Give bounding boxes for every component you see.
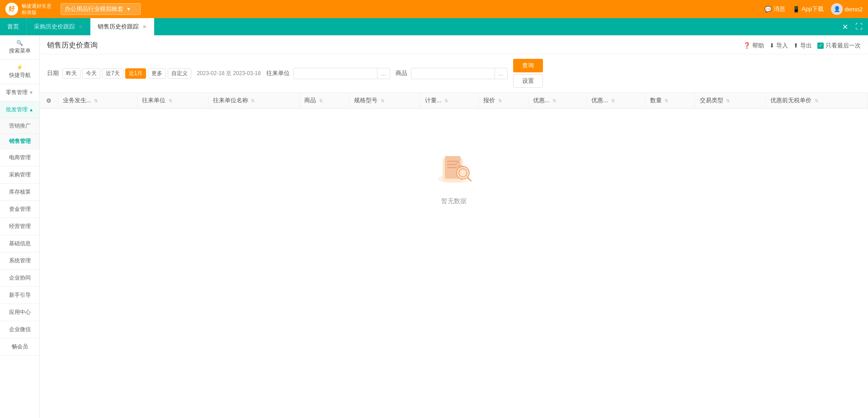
sidebar-item-system[interactable]: 系统管理 (0, 252, 39, 270)
th-quote[interactable]: 报价 ⇅ (478, 93, 528, 109)
sidebar-item-basic-info[interactable]: 基础信息 (0, 235, 39, 252)
th-trade-type[interactable]: 交易类型 ⇅ (695, 93, 765, 109)
date-btn-custom[interactable]: 自定义 (168, 68, 191, 79)
partner-filter-group: 往来单位 ... (266, 68, 390, 79)
sidebar-sub-wholesale: 营销推广 销售管理 (0, 119, 39, 149)
date-buttons: 昨天 今天 近7天 近1月 更多 自定义 (62, 68, 191, 79)
action-btns: 查询 设置 (513, 59, 543, 88)
th-qty[interactable]: 数量 ⇅ (645, 93, 695, 109)
header-right: 💬 消息 📱 App下载 👤 demo2 (764, 3, 863, 15)
date-btn-1month[interactable]: 近1月 (125, 68, 146, 79)
tab-bar-actions: ✕ ⛶ (840, 21, 868, 33)
tab-close-btn[interactable]: ✕ (840, 21, 850, 33)
empty-state: 暂无数据 (40, 109, 868, 242)
sidebar-item-enterprise[interactable]: 企业协同 (0, 270, 39, 287)
sidebar-item-finance[interactable]: 资金管理 (0, 201, 39, 218)
sort-icon-spec: ⇅ (381, 98, 384, 103)
partner-input[interactable] (294, 68, 377, 79)
sidebar-item-retail[interactable]: 零售管理 ▼ (0, 84, 39, 101)
sidebar-item-wholesale[interactable]: 批发管理 ▲ (0, 101, 39, 119)
th-biz-date[interactable]: 业务发生... ⇅ (58, 93, 137, 109)
search-icon: 🔍 (16, 40, 23, 46)
sidebar-item-operation[interactable]: 经营管理 (0, 218, 39, 235)
th-settings[interactable]: ⚙ (40, 93, 58, 109)
sidebar-item-guide[interactable]: 新手引导 (0, 287, 39, 304)
tab-purchase-history[interactable]: 采购历史价跟踪 ✕ (27, 18, 90, 35)
tab-home[interactable]: 首页 (0, 18, 27, 35)
page-container: 销售历史价查询 ❓ 帮助 ⬇ 导入 ⬆ 导出 ✓ (40, 35, 868, 418)
settings-button[interactable]: 设置 (513, 74, 543, 88)
only-last-checkbox-group[interactable]: ✓ 只看最后一次 (817, 42, 861, 50)
sort-icon-goods: ⇅ (319, 98, 323, 103)
sort-icon-qty: ⇅ (665, 98, 668, 103)
tab-purchase-close[interactable]: ✕ (79, 24, 83, 30)
page-header-actions: ❓ 帮助 ⬇ 导入 ⬆ 导出 ✓ 只看最后一次 (743, 42, 861, 50)
sidebar-item-sales-mgmt[interactable]: 销售管理 (0, 134, 39, 149)
goods-search-btn[interactable]: ... (495, 68, 507, 79)
svg-rect-5 (447, 167, 457, 168)
partner-search-btn[interactable]: ... (377, 68, 390, 79)
main-layout: 🔍 搜索菜单 ⚡ 快捷导航 零售管理 ▼ 批发管理 ▲ 营销推广 销售管理 电商… (0, 35, 868, 418)
table-header: ⚙ 业务发生... ⇅ 往来单位 ⇅ 往来单位名称 (40, 93, 868, 109)
tab-sales-history[interactable]: 销售历史价跟踪 ✕ (90, 18, 154, 35)
sidebar: 🔍 搜索菜单 ⚡ 快捷导航 零售管理 ▼ 批发管理 ▲ 营销推广 销售管理 电商… (0, 35, 40, 418)
date-btn-7days[interactable]: 近7天 (102, 68, 123, 79)
user-btn[interactable]: 👤 demo2 (831, 3, 863, 15)
help-btn[interactable]: ❓ 帮助 (743, 42, 764, 50)
sidebar-item-vip[interactable]: 畅会员 (0, 338, 39, 356)
sidebar-item-search-menu[interactable]: 🔍 搜索菜单 (0, 35, 39, 60)
sort-icon-unit: ⇅ (444, 98, 448, 103)
table-container: ⚙ 业务发生... ⇅ 往来单位 ⇅ 往来单位名称 (40, 93, 868, 418)
filter-bar: 日期 昨天 今天 近7天 近1月 更多 自定义 2023-02-18 至 202… (40, 54, 868, 93)
goods-input-group: ... (411, 68, 508, 79)
content-area: 销售历史价查询 ❓ 帮助 ⬇ 导入 ⬆ 导出 ✓ (40, 35, 868, 418)
chevron-up-icon: ▲ (29, 107, 33, 112)
goods-filter-group: 商品 ... (396, 68, 508, 79)
sort-icon-partner-code: ⇅ (169, 98, 172, 103)
chevron-down-icon: ▼ (29, 90, 33, 95)
import-btn[interactable]: ⬇ 导入 (769, 42, 788, 50)
empty-text: 暂无数据 (441, 197, 467, 205)
sidebar-item-wechat[interactable]: 企业微信 (0, 321, 39, 338)
tab-maximize-btn[interactable]: ⛶ (854, 21, 864, 33)
message-btn[interactable]: 💬 消息 (764, 5, 785, 13)
sidebar-item-purchase[interactable]: 采购管理 (0, 166, 39, 184)
th-pretax-price[interactable]: 优惠前无税单价 ⇅ (765, 93, 868, 109)
svg-rect-4 (447, 164, 456, 165)
sidebar-item-appstore[interactable]: 应用中心 (0, 304, 39, 321)
th-discount2[interactable]: 优惠... ⇅ (587, 93, 645, 109)
only-last-checkbox[interactable]: ✓ (817, 43, 824, 49)
th-spec[interactable]: 规格型号 ⇅ (349, 93, 420, 109)
tab-sales-close[interactable]: ✕ (142, 24, 146, 30)
th-unit[interactable]: 计量... ⇅ (420, 93, 478, 109)
export-icon: ⬆ (793, 42, 798, 49)
settings-icon[interactable]: ⚙ (46, 97, 52, 104)
company-selector[interactable]: 办公用品行业模拟账套 ▼ (61, 3, 141, 15)
query-button[interactable]: 查询 (513, 59, 543, 72)
app-icon: 📱 (793, 6, 800, 13)
page-title: 销售历史价查询 (47, 41, 98, 50)
sidebar-item-ecommerce[interactable]: 电商管理 (0, 149, 39, 166)
th-partner-name[interactable]: 往来单位名称 ⇅ (208, 93, 300, 109)
goods-input[interactable] (411, 68, 495, 79)
sidebar-item-marketing[interactable]: 营销推广 (0, 119, 39, 134)
sort-icon-quote: ⇅ (498, 98, 502, 103)
date-btn-more[interactable]: 更多 (148, 68, 166, 79)
date-btn-yesterday[interactable]: 昨天 (62, 68, 80, 79)
message-icon: 💬 (764, 6, 772, 13)
date-btn-today[interactable]: 今天 (82, 68, 100, 79)
date-filter-group: 日期 昨天 今天 近7天 近1月 更多 自定义 2023-02-18 至 202… (47, 68, 261, 79)
empty-icon (431, 145, 476, 190)
th-partner-code[interactable]: 往来单位 ⇅ (137, 93, 208, 109)
th-goods[interactable]: 商品 ⇅ (300, 93, 349, 109)
app-download-btn[interactable]: 📱 App下载 (793, 5, 824, 13)
sort-icon-partner-name: ⇅ (251, 98, 255, 103)
quicknav-icon: ⚡ (16, 64, 23, 71)
sidebar-item-quick-nav[interactable]: ⚡ 快捷导航 (0, 60, 39, 84)
sort-icon-discount2: ⇅ (611, 98, 615, 103)
export-btn[interactable]: ⬆ 导出 (793, 42, 812, 50)
data-table: ⚙ 业务发生... ⇅ 往来单位 ⇅ 往来单位名称 (40, 93, 868, 109)
avatar: 👤 (831, 3, 843, 15)
th-discount1[interactable]: 优惠... ⇅ (528, 93, 586, 109)
sidebar-item-inventory[interactable]: 库存核算 (0, 184, 39, 201)
